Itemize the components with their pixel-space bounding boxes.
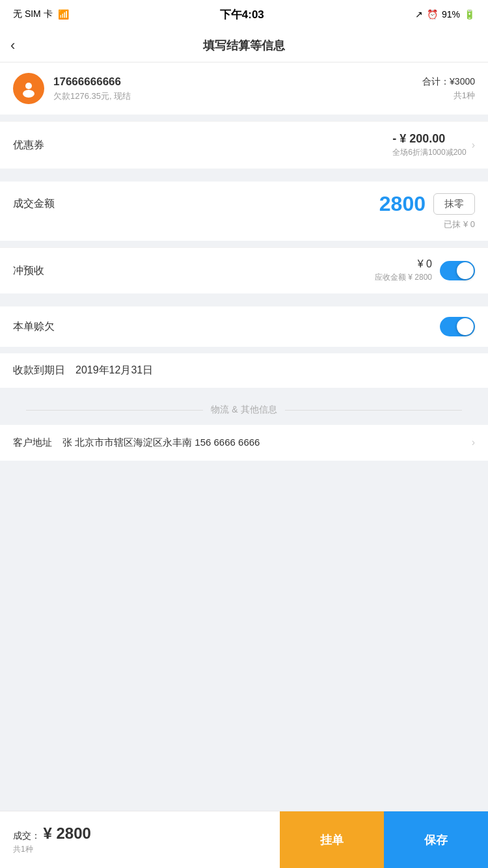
- duedate-row: 收款到期日 2019年12月31日: [13, 364, 475, 377]
- svg-point-0: [25, 83, 32, 89]
- address-label: 客户地址: [13, 437, 52, 449]
- bottom-deal-count: 共1种: [13, 844, 267, 855]
- total-count: 共1种: [422, 90, 475, 102]
- battery-text: 91%: [442, 9, 460, 20]
- location-icon: ↗: [415, 9, 423, 20]
- alarm-icon: ⏰: [427, 9, 438, 20]
- pre-collect-sub: 应收金额 ¥ 2800: [375, 272, 432, 283]
- duedate-label: 收款到期日: [13, 364, 65, 377]
- status-right: ↗ ⏰ 91% 🔋: [415, 9, 475, 20]
- customer-right: 合计：¥3000 共1种: [422, 76, 475, 102]
- status-bar: 无 SIM 卡 📶 下午4:03 ↗ ⏰ 91% 🔋: [0, 0, 488, 29]
- content-area: 17666666666 欠款1276.35元, 现结 合计：¥3000 共1种 …: [0, 62, 488, 526]
- wifi-icon: 📶: [58, 9, 69, 20]
- hang-button[interactable]: 挂单: [280, 811, 384, 869]
- bottom-deal-amount: ¥ 2800: [43, 824, 90, 842]
- save-button[interactable]: 保存: [384, 811, 488, 869]
- back-button[interactable]: ‹: [10, 37, 15, 54]
- status-left: 无 SIM 卡 📶: [13, 8, 69, 20]
- pre-collect-right: ¥ 0 应收金额 ¥ 2800: [375, 258, 475, 283]
- section-divider-2: [0, 300, 488, 306]
- coupon-label: 优惠券: [13, 139, 44, 152]
- battery-icon: 🔋: [464, 9, 475, 20]
- coupon-right: - ¥ 200.00 全场6折满1000减200 ›: [392, 132, 475, 158]
- deal-amount-section: 成交金额 2800 抹零 已抹 ¥ 0: [0, 182, 488, 241]
- pre-collect-label: 冲预收: [13, 264, 44, 278]
- deal-amount-row: 成交金额 2800 抹零: [13, 192, 475, 216]
- coupon-row[interactable]: 优惠券 - ¥ 200.00 全场6折满1000减200 ›: [0, 121, 488, 169]
- customer-row: 17666666666 欠款1276.35元, 现结 合计：¥3000 共1种: [0, 62, 488, 115]
- debt-toggle[interactable]: [440, 317, 475, 336]
- no-sim-text: 无 SIM 卡: [13, 8, 53, 20]
- nav-bar: ‹ 填写结算等信息: [0, 29, 488, 62]
- duedate-section: 收款到期日 2019年12月31日: [0, 353, 488, 388]
- pre-collect-section: 冲预收 ¥ 0 应收金额 ¥ 2800: [0, 247, 488, 293]
- bottom-summary: 成交： ¥ 2800 共1种: [0, 824, 280, 855]
- deal-sub: 已抹 ¥ 0: [13, 219, 475, 230]
- coupon-amount: - ¥ 200.00: [392, 132, 466, 146]
- svg-point-1: [23, 90, 34, 98]
- duedate-value: 2019年12月31日: [75, 364, 153, 377]
- deal-label: 成交金额: [13, 197, 55, 211]
- pre-collect-toggle[interactable]: [440, 261, 475, 280]
- deal-right: 2800 抹零: [379, 192, 475, 216]
- address-value: 张 北京市市辖区海淀区永丰南 156 6666 6666: [62, 435, 472, 450]
- debt-section: 本单赊欠: [0, 306, 488, 347]
- bottom-deal-label: 成交：: [13, 830, 40, 841]
- pre-collect-amount: ¥ 0: [375, 258, 432, 270]
- pre-collect-row: 冲预收 ¥ 0 应收金额 ¥ 2800: [13, 258, 475, 283]
- coupon-chevron: ›: [472, 139, 475, 151]
- deal-amount-value: 2800: [379, 192, 426, 216]
- address-section[interactable]: 客户地址 张 北京市市辖区海淀区永丰南 156 6666 6666 ›: [0, 425, 488, 461]
- debt-label: 本单赊欠: [13, 320, 55, 334]
- customer-phone: 17666666666: [53, 75, 131, 88]
- round-zero-button[interactable]: 抹零: [433, 193, 475, 215]
- section-divider-1: [0, 175, 488, 182]
- coupon-desc: 全场6折满1000减200: [392, 147, 466, 158]
- customer-sub: 欠款1276.35元, 现结: [53, 90, 131, 102]
- logistics-header: 物流 & 其他信息: [0, 394, 488, 425]
- customer-left: 17666666666 欠款1276.35元, 现结: [13, 73, 131, 104]
- avatar: [13, 73, 44, 104]
- address-chevron: ›: [472, 437, 475, 448]
- status-time: 下午4:03: [220, 7, 264, 22]
- page-title: 填写结算等信息: [203, 38, 285, 53]
- logistics-header-text: 物流 & 其他信息: [203, 404, 284, 416]
- total-label: 合计：¥3000: [422, 76, 475, 88]
- customer-info: 17666666666 欠款1276.35元, 现结: [53, 75, 131, 102]
- bottom-bar: 成交： ¥ 2800 共1种 挂单 保存: [0, 811, 488, 868]
